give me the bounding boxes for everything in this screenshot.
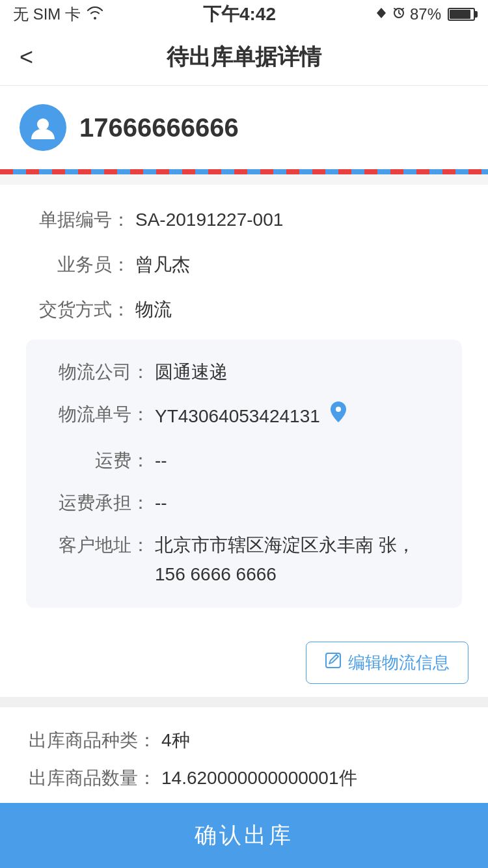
address-label: 客户地址： bbox=[46, 531, 150, 560]
delivery-value: 物流 bbox=[135, 295, 462, 325]
battery-icon bbox=[448, 8, 475, 21]
freight-bearer-label: 运费承担： bbox=[46, 489, 150, 518]
page-title: 待出库单据详情 bbox=[167, 42, 321, 72]
confirm-button-label: 确认出库 bbox=[195, 821, 293, 850]
goods-section: 出库商品种类： 4种 出库商品数量： 14.620000000000001件 bbox=[0, 707, 488, 811]
document-number-value: SA-20191227-001 bbox=[135, 206, 462, 235]
location-icon[interactable] bbox=[328, 400, 349, 433]
status-right: 87% bbox=[375, 5, 475, 23]
status-bar: 无 SIM 卡 下午4:42 87% bbox=[0, 0, 488, 29]
address-row: 客户地址： 北京市市辖区海淀区永丰南 张，156 6666 6666 bbox=[46, 531, 442, 590]
logistics-tracking-row: 物流单号： YT43064053424131 bbox=[46, 400, 442, 433]
gps-icon bbox=[375, 5, 388, 23]
delivery-label: 交货方式： bbox=[26, 295, 130, 325]
goods-type-value: 4种 bbox=[161, 728, 190, 753]
svg-point-2 bbox=[336, 407, 341, 412]
edit-logistics-button[interactable]: 编辑物流信息 bbox=[306, 642, 468, 684]
logistics-company-value: 圆通速递 bbox=[155, 358, 442, 387]
wifi-icon bbox=[86, 5, 104, 23]
svg-point-1 bbox=[37, 118, 49, 130]
section-divider-1 bbox=[0, 697, 488, 707]
goods-type-label: 出库商品种类： bbox=[26, 728, 156, 753]
logistics-card: 物流公司： 圆通速递 物流单号： YT43064053424131 运费： --… bbox=[26, 340, 462, 607]
edit-logistics-row: 编辑物流信息 bbox=[0, 629, 488, 697]
goods-quantity-label: 出库商品数量： bbox=[26, 766, 156, 791]
salesperson-row: 业务员： 曾凡杰 bbox=[26, 251, 462, 280]
document-info-section: 单据编号： SA-20191227-001 业务员： 曾凡杰 交货方式： 物流 … bbox=[0, 185, 488, 629]
document-number-label: 单据编号： bbox=[26, 206, 130, 235]
confirm-button-bar[interactable]: 确认出库 bbox=[0, 803, 488, 868]
goods-quantity-value: 14.620000000000001件 bbox=[161, 766, 357, 791]
customer-phone: 17666666666 bbox=[79, 113, 239, 142]
goods-quantity-row: 出库商品数量： 14.620000000000001件 bbox=[26, 766, 462, 791]
logistics-company-row: 物流公司： 圆通速递 bbox=[46, 358, 442, 387]
status-left: 无 SIM 卡 bbox=[13, 4, 104, 25]
delivery-row: 交货方式： 物流 bbox=[26, 295, 462, 325]
alarm-icon bbox=[392, 5, 406, 23]
carrier-label: 无 SIM 卡 bbox=[13, 4, 81, 25]
svg-rect-3 bbox=[326, 653, 340, 668]
address-value: 北京市市辖区海淀区永丰南 张，156 6666 6666 bbox=[155, 531, 442, 590]
goods-type-row: 出库商品种类： 4种 bbox=[26, 728, 462, 753]
back-button[interactable]: < bbox=[20, 44, 33, 71]
status-time: 下午4:42 bbox=[203, 2, 276, 27]
battery-text: 87% bbox=[410, 5, 441, 23]
edit-logistics-label: 编辑物流信息 bbox=[348, 651, 450, 674]
salesperson-value: 曾凡杰 bbox=[135, 251, 462, 280]
logistics-tracking-label: 物流单号： bbox=[46, 400, 150, 429]
nav-bar: < 待出库单据详情 bbox=[0, 29, 488, 86]
dashed-divider bbox=[0, 169, 488, 174]
logistics-company-label: 物流公司： bbox=[46, 358, 150, 387]
freight-bearer-row: 运费承担： -- bbox=[46, 489, 442, 518]
avatar bbox=[20, 104, 66, 151]
document-number-row: 单据编号： SA-20191227-001 bbox=[26, 206, 462, 235]
edit-icon bbox=[325, 652, 342, 673]
freight-label: 运费： bbox=[46, 446, 150, 476]
freight-bearer-value: -- bbox=[155, 489, 442, 518]
customer-header: 17666666666 bbox=[0, 86, 488, 169]
freight-value: -- bbox=[155, 446, 442, 476]
salesperson-label: 业务员： bbox=[26, 251, 130, 280]
logistics-tracking-value: YT43064053424131 bbox=[155, 400, 442, 433]
freight-row: 运费： -- bbox=[46, 446, 442, 476]
